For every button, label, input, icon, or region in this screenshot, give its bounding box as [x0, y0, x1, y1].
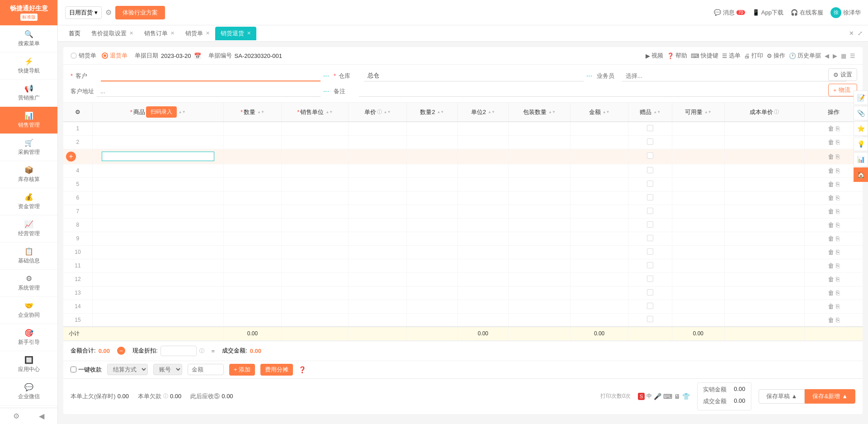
- calendar-icon[interactable]: 📅: [194, 52, 201, 59]
- delete-row-button[interactable]: 🗑: [828, 138, 834, 146]
- collapse-icon[interactable]: ◀: [39, 412, 44, 420]
- tab-sales-slip[interactable]: 销货单 ✕: [180, 27, 215, 40]
- copy-row-button[interactable]: ⎘: [836, 125, 840, 132]
- sort-icon[interactable]: ▲▼: [704, 110, 712, 114]
- sidebar-item-finance[interactable]: 💰 资金管理: [0, 188, 57, 215]
- gift-checkbox[interactable]: [647, 303, 653, 309]
- sidebar-item-system[interactable]: ⚙ 系统管理: [0, 270, 57, 297]
- copy-row-button[interactable]: ⎘: [836, 138, 840, 146]
- sort-icon[interactable]: ▲▼: [437, 110, 444, 114]
- sort-icon[interactable]: ▲▼: [653, 110, 660, 114]
- help-action[interactable]: ❓ 帮助: [667, 52, 687, 60]
- sort-icon[interactable]: ▲▼: [488, 110, 495, 114]
- mic-icon[interactable]: 🎤: [654, 393, 661, 400]
- tab-sales-order[interactable]: 销售订单 ✕: [139, 27, 180, 40]
- add-row-button[interactable]: +: [66, 152, 76, 162]
- history-action[interactable]: 🕐 历史单据: [789, 52, 821, 60]
- copy-row-button[interactable]: ⎘: [836, 262, 840, 269]
- sort-icon[interactable]: ▲▼: [384, 110, 391, 114]
- tab-close-all-icon[interactable]: ✕: [849, 30, 854, 37]
- warehouse-input[interactable]: [364, 71, 584, 81]
- shortcut-action[interactable]: ⌨ 快捷键: [691, 52, 718, 60]
- settings-col-icon[interactable]: ⚙: [75, 109, 80, 115]
- minus-button[interactable]: −: [117, 347, 125, 355]
- video-action[interactable]: ▶ 视频: [646, 52, 663, 60]
- delete-row-button[interactable]: 🗑: [828, 276, 834, 283]
- delete-row-button[interactable]: 🗑: [828, 181, 834, 188]
- tab-expand-icon[interactable]: ⤢: [858, 30, 863, 37]
- salesperson-input[interactable]: [622, 71, 847, 81]
- tab-price-settings[interactable]: 售价提取设置 ✕: [86, 27, 139, 40]
- sidebar-item-newbie[interactable]: 🎯 新手引导: [0, 324, 57, 351]
- gift-checkbox[interactable]: [647, 289, 653, 295]
- delete-row-button[interactable]: 🗑: [828, 167, 834, 174]
- sidebar-item-appstore[interactable]: 🔲 应用中心: [0, 351, 57, 378]
- copy-row-button[interactable]: ⎘: [836, 316, 840, 324]
- gift-checkbox[interactable]: [647, 181, 653, 187]
- payment-amount-input[interactable]: [188, 364, 224, 375]
- monitor-icon[interactable]: 🖥: [674, 393, 680, 400]
- delete-row-button[interactable]: 🗑: [828, 303, 834, 310]
- gift-checkbox[interactable]: [647, 152, 653, 159]
- keyboard-icon[interactable]: ⌨: [663, 393, 672, 400]
- tab-home[interactable]: 首页: [63, 27, 86, 40]
- delete-row-button[interactable]: 🗑: [828, 248, 834, 256]
- float-btn-1[interactable]: 📝: [854, 91, 868, 105]
- sidebar-item-basics[interactable]: 📋 基础信息: [0, 243, 57, 270]
- gift-checkbox[interactable]: [647, 208, 653, 214]
- nav-next-icon[interactable]: ▶: [833, 52, 837, 59]
- warehouse-select-icon[interactable]: ···: [586, 72, 592, 80]
- delete-row-button[interactable]: 🗑: [828, 194, 834, 201]
- nav-prev-icon[interactable]: ◀: [825, 52, 829, 59]
- sidebar-item-wecom[interactable]: 💬 企业微信: [0, 378, 57, 405]
- discount-input[interactable]: [160, 346, 197, 356]
- sidebar-item-search[interactable]: 🔍 搜索菜单: [0, 25, 57, 52]
- customer-select-icon[interactable]: ···: [323, 72, 329, 80]
- settings-button[interactable]: ⚙ 设置: [828, 68, 857, 81]
- sort-icon[interactable]: ▲▼: [603, 110, 610, 114]
- gift-checkbox[interactable]: [647, 138, 653, 145]
- sogou-icon[interactable]: S: [638, 393, 645, 400]
- delete-row-button[interactable]: 🗑: [828, 221, 834, 229]
- copy-row-button[interactable]: ⎘: [836, 221, 840, 229]
- sidebar-item-inventory[interactable]: 📦 库存核算: [0, 161, 57, 188]
- float-btn-6[interactable]: 🏠: [854, 167, 868, 182]
- gift-checkbox[interactable]: [647, 194, 653, 200]
- sidebar-item-shortcuts[interactable]: ⚡ 快捷导航: [0, 52, 57, 80]
- radio-sales-slip[interactable]: 销货单: [71, 52, 96, 60]
- gift-checkbox[interactable]: [647, 125, 653, 131]
- sidebar-item-sales[interactable]: 📊 销售管理: [0, 107, 57, 134]
- save-draft-button[interactable]: 保存草稿 ▲: [759, 389, 805, 404]
- copy-row-button[interactable]: ⎘: [836, 276, 840, 283]
- message-item[interactable]: 💬 消息 70: [714, 9, 745, 17]
- user-item[interactable]: 徐 徐泽华: [830, 7, 861, 18]
- address-select-icon[interactable]: ···: [323, 87, 329, 95]
- app-download-item[interactable]: 📱 App下载: [752, 9, 783, 17]
- delete-row-button[interactable]: 🗑: [828, 153, 834, 160]
- sidebar-item-purchase[interactable]: 🛒 采购管理: [0, 134, 57, 161]
- view-detail-icon[interactable]: ☰: [850, 52, 855, 59]
- copy-row-button[interactable]: ⎘: [836, 289, 840, 296]
- sidebar-item-operations[interactable]: 📈 经营管理: [0, 215, 57, 243]
- trial-button[interactable]: 体验行业方案: [115, 6, 165, 19]
- float-btn-3[interactable]: ⭐: [854, 121, 868, 136]
- fee-split-button[interactable]: 费用分摊: [260, 364, 293, 376]
- settings-bottom-icon[interactable]: ⚙: [13, 412, 19, 420]
- sidebar-item-collab[interactable]: 🤝 企业协同: [0, 297, 57, 324]
- select-action[interactable]: ☰ 选单: [722, 52, 741, 60]
- tab-sales-return[interactable]: 销货退货 ✕: [215, 27, 256, 40]
- radio-return[interactable]: 退货单: [102, 52, 127, 60]
- sort-icon[interactable]: ▲▼: [257, 110, 264, 114]
- copy-row-button[interactable]: ⎘: [836, 167, 840, 174]
- payment-account-select[interactable]: 账号: [153, 364, 182, 375]
- tab-close-icon[interactable]: ✕: [129, 30, 133, 36]
- copy-row-button[interactable]: ⎘: [836, 153, 840, 160]
- save-new-button[interactable]: 保存&新增 ▲: [805, 389, 855, 404]
- logistics-button[interactable]: + 物流: [828, 84, 857, 96]
- sort-icon[interactable]: ▲▼: [326, 110, 333, 114]
- copy-row-button[interactable]: ⎘: [836, 303, 840, 310]
- gift-checkbox[interactable]: [647, 262, 653, 268]
- print-action[interactable]: 🖨 打印: [744, 52, 763, 60]
- goods-input[interactable]: [102, 152, 214, 161]
- topbar-gear-icon[interactable]: ⚙: [105, 8, 112, 17]
